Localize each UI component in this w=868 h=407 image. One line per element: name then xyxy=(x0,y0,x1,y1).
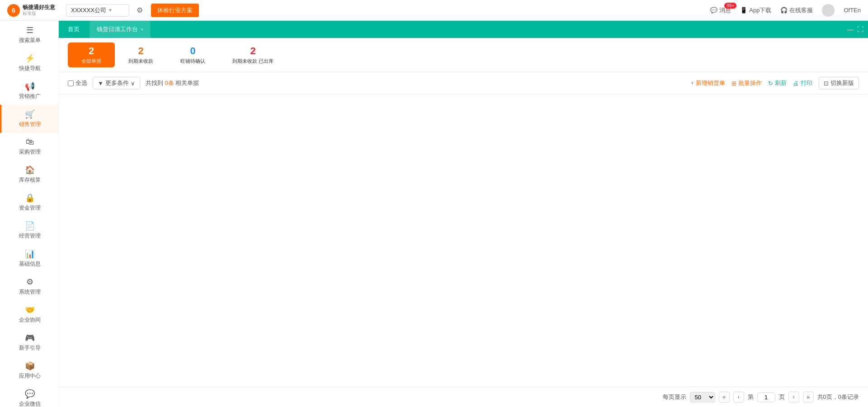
per-page-select[interactable]: 50 100 200 xyxy=(690,392,715,402)
sidebar-icon-quick-nav: ⚡ xyxy=(25,53,35,63)
more-filters-button[interactable]: ▼ 更多条件 ∨ xyxy=(93,77,140,89)
sidebar-item-biz-mgmt[interactable]: 📄 经营管理 xyxy=(0,216,58,244)
select-all-checkbox[interactable] xyxy=(68,80,74,86)
filter-icon: ▼ xyxy=(98,80,104,87)
logo-text: 畅捷通好生意 标准版 xyxy=(23,4,55,16)
prev-page-button[interactable]: ‹ xyxy=(733,392,744,402)
batch-op-icon: ⊞ xyxy=(731,80,736,87)
stat-num-pending-confirm: 0 xyxy=(190,45,195,57)
table-empty-area xyxy=(59,94,868,387)
stats-bar: 2 全部单据 2 到期未收款 0 旺辅待确认 2 到期未收款 已出库 xyxy=(59,38,868,72)
sidebar-label-corp-collab: 企业协同 xyxy=(19,316,41,324)
sidebar-item-sys-mgmt[interactable]: ⚙ 系统管理 xyxy=(0,272,58,300)
top-bar: 6 畅捷通好生意 标准版 XXXXXX公司 ▼ ⚙ 体验行业方案 💬 消息 99… xyxy=(0,0,868,21)
sidebar-label-sys-mgmt: 系统管理 xyxy=(19,288,41,296)
sidebar-item-marketing[interactable]: 📢 营销推广 xyxy=(0,77,58,105)
settings-button[interactable]: ⚙ xyxy=(133,4,146,17)
logo-area: 6 畅捷通好生意 标准版 xyxy=(7,4,66,17)
sidebar-item-search-menu[interactable]: ☰ 搜索菜单 xyxy=(0,21,58,49)
select-all-label[interactable]: 全选 xyxy=(68,79,87,87)
stat-card-all[interactable]: 2 全部单据 xyxy=(68,42,115,67)
add-sales-order-button[interactable]: + 新增销货单 xyxy=(691,79,725,87)
sidebar-label-biz-mgmt: 经营管理 xyxy=(19,232,41,240)
sidebar-item-stock-calc[interactable]: 🏠 库存核算 xyxy=(0,160,58,188)
select-all-text: 全选 xyxy=(75,79,87,87)
toolbar-right: + 新增销货单 ⊞ 批量操作 ↻ 刷新 🖨 打印 ⊡ xyxy=(691,77,859,89)
often-label: OfTEn xyxy=(844,7,861,14)
sidebar-label-beginner-guide: 新手引导 xyxy=(19,344,41,352)
found-suffix: 相关单据 xyxy=(175,80,199,86)
stat-card-overdue-unpaid[interactable]: 2 到期未收款 xyxy=(115,42,167,67)
sidebar-item-quick-nav[interactable]: ⚡ 快捷导航 xyxy=(0,49,58,77)
first-page-button[interactable]: « xyxy=(719,392,730,402)
tab-workbench[interactable]: 钱货日清工作台 × xyxy=(90,21,151,38)
sidebar-item-sales-mgmt[interactable]: 🛒 销售管理 xyxy=(0,105,58,133)
refresh-icon: ↻ xyxy=(768,80,773,87)
sidebar-label-basic-info: 基础信息 xyxy=(19,260,41,268)
stat-num-all: 2 xyxy=(89,45,94,57)
tab-controls: — ⛶ xyxy=(847,26,868,33)
sidebar-label-search-menu: 搜索菜单 xyxy=(19,37,41,44)
messages-item[interactable]: 💬 消息 99+ xyxy=(710,6,731,14)
batch-op-label: 批量操作 xyxy=(738,79,762,87)
stat-label-all: 全部单据 xyxy=(81,58,101,65)
headset-icon: 🎧 xyxy=(780,7,788,14)
sidebar-item-corp-wechat[interactable]: 💬 企业微信 xyxy=(0,384,58,407)
print-button[interactable]: 🖨 打印 xyxy=(793,79,812,87)
sidebar-label-purchase-mgmt: 采购管理 xyxy=(19,148,41,156)
tab-bar: 首页 钱货日清工作台 × — ⛶ xyxy=(59,21,868,38)
sidebar-item-fund-mgmt[interactable]: 🔒 资金管理 xyxy=(0,188,58,216)
tab-maximize-icon[interactable]: ⛶ xyxy=(857,26,863,33)
sidebar-label-fund-mgmt: 资金管理 xyxy=(19,204,41,212)
tab-close-icon[interactable]: × xyxy=(141,27,143,32)
page-label: 第 xyxy=(748,393,754,401)
sidebar-icon-search-menu: ☰ xyxy=(26,25,33,35)
next-page-button[interactable]: › xyxy=(788,392,799,402)
found-count: 0条 xyxy=(165,80,174,86)
filter-arrow-icon: ∨ xyxy=(131,80,135,87)
sidebar-icon-biz-mgmt: 📄 xyxy=(25,221,35,231)
switch-version-button[interactable]: ⊡ 切换新版 xyxy=(819,77,859,89)
print-label: 打印 xyxy=(801,79,812,87)
total-records-text: 共0页，0条记录 xyxy=(817,393,859,401)
stat-card-overdue-not-out[interactable]: 2 到期未收款 已出库 xyxy=(219,42,287,67)
messages-badge: 99+ xyxy=(724,3,736,9)
refresh-button[interactable]: ↻ 刷新 xyxy=(768,79,787,87)
stat-card-pending-confirm[interactable]: 0 旺辅待确认 xyxy=(167,42,219,67)
sidebar-label-corp-wechat: 企业微信 xyxy=(19,400,41,407)
sidebar-item-purchase-mgmt[interactable]: 🛍 采购管理 xyxy=(0,133,58,160)
sidebar-icon-sys-mgmt: ⚙ xyxy=(26,277,33,287)
pagination-bar: 每页显示 50 100 200 « ‹ 第 页 › » 共0页，0条记录 xyxy=(59,387,868,407)
sidebar-label-sales-mgmt: 销售管理 xyxy=(19,121,41,128)
sidebar-label-stock-calc: 库存核算 xyxy=(19,176,41,184)
tab-home[interactable]: 首页 xyxy=(59,21,89,38)
app-download-item[interactable]: 📱 App下载 xyxy=(740,6,771,14)
sidebar-item-beginner-guide[interactable]: 🎮 新手引导 xyxy=(0,328,58,356)
refresh-label: 刷新 xyxy=(775,79,787,87)
online-service-item[interactable]: 🎧 在线客服 xyxy=(780,6,813,14)
company-selector[interactable]: XXXXXX公司 ▼ xyxy=(66,4,129,17)
last-page-button[interactable]: » xyxy=(803,392,814,402)
sidebar-icon-stock-calc: 🏠 xyxy=(25,165,35,175)
sidebar-icon-purchase-mgmt: 🛍 xyxy=(26,137,34,147)
logo-icon: 6 xyxy=(7,4,20,17)
app-download-label: App下载 xyxy=(749,6,771,14)
sidebar-icon-sales-mgmt: 🛒 xyxy=(25,109,35,119)
tab-minimize-icon[interactable]: — xyxy=(847,26,854,33)
trial-button[interactable]: 体验行业方案 xyxy=(151,4,199,17)
stat-label-pending-confirm: 旺辅待确认 xyxy=(180,58,205,65)
stat-label-overdue-not-out: 到期未收款 已出库 xyxy=(232,58,274,65)
print-icon: 🖨 xyxy=(793,80,799,87)
message-icon: 💬 xyxy=(710,7,717,14)
stat-num-overdue-not-out: 2 xyxy=(250,45,255,57)
sidebar-item-app-center[interactable]: 📦 应用中心 xyxy=(0,356,58,384)
sidebar-label-app-center: 应用中心 xyxy=(19,372,41,380)
sidebar: ☰ 搜索菜单 ⚡ 快捷导航 📢 营销推广 🛒 销售管理 🛍 采购管理 🏠 库存核… xyxy=(0,21,59,407)
page-number-input[interactable] xyxy=(757,393,775,402)
main-content: 首页 钱货日清工作台 × — ⛶ 2 全部单据 2 到期未收款 0 旺辅待确认 … xyxy=(59,21,868,407)
batch-op-button[interactable]: ⊞ 批量操作 xyxy=(731,79,762,87)
avatar[interactable] xyxy=(822,4,835,17)
sidebar-item-basic-info[interactable]: 📊 基础信息 xyxy=(0,244,58,272)
sidebar-item-corp-collab[interactable]: 🤝 企业协同 xyxy=(0,300,58,328)
found-text: 共找到 0条 相关单据 xyxy=(146,79,199,87)
